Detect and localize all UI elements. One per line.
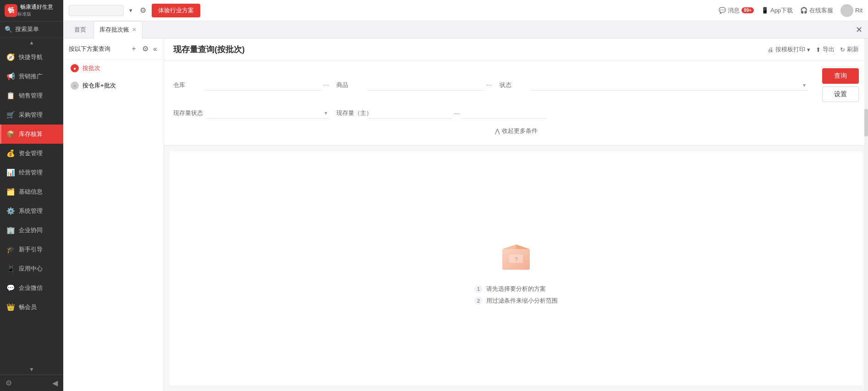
left-panel-header: 按以下方案查询 ＋ ⚙ «	[63, 38, 164, 60]
nav-label-purchase: 采购管理	[19, 111, 43, 119]
tab-close-icon[interactable]: ✕	[132, 27, 137, 33]
empty-tip-2: 2 用过滤条件来缩小分析范围	[474, 297, 558, 305]
message-item[interactable]: 💬 消息 99+	[719, 6, 754, 15]
collapse-panel-icon[interactable]: «	[152, 44, 158, 54]
sidebar-item-member[interactable]: 👑畅会员	[0, 298, 63, 317]
empty-tip-1: 1 请先选择要分析的方案	[474, 285, 558, 293]
user-name: Rit	[855, 7, 863, 14]
content-area: ? 1 请先选择要分析的方案 2 用过滤条件来缩小分析范围	[170, 151, 863, 386]
phone-icon: 📱	[761, 7, 769, 14]
product-dots[interactable]: ···	[486, 81, 492, 89]
sidebar-item-operations[interactable]: 📊经营管理	[0, 163, 63, 182]
scheme-item-batch[interactable]: ● 按批次	[63, 60, 164, 77]
inventory-qty-from[interactable]	[368, 108, 452, 119]
product-input[interactable]	[368, 80, 484, 91]
sidebar-item-system[interactable]: ⚙️系统管理	[0, 201, 63, 221]
settings-scheme-icon[interactable]: ⚙	[141, 43, 149, 54]
action-btn-group: 查询 设置	[822, 68, 859, 102]
topbar-right: 💬 消息 99+ 📱 App下载 🎧 在线客服 Rit	[719, 4, 863, 17]
warehouse-dots[interactable]: ···	[323, 81, 329, 89]
sidebar-item-newbie[interactable]: 🎓新手引导	[0, 240, 63, 259]
filter-row-1: 仓库 ··· 商品 ··· 状态	[173, 68, 859, 102]
nav-label-system: 系统管理	[19, 207, 43, 215]
svg-marker-1	[502, 244, 516, 249]
query-button[interactable]: 查询	[822, 68, 859, 84]
customer-service-label: 在线客服	[809, 6, 833, 15]
collapse-sidebar-icon[interactable]: ◀	[52, 379, 58, 387]
app-title-group: 畅康通好生意 标准版	[17, 4, 53, 17]
app-subtitle: 标准版	[17, 11, 53, 17]
svg-text:?: ?	[515, 256, 518, 263]
export-icon: ⬆	[816, 46, 821, 53]
topbar-gear-icon[interactable]: ⚙	[138, 4, 148, 16]
nav-icon-appcenter: 📱	[6, 265, 15, 273]
refresh-action[interactable]: ↻ 刷新	[840, 45, 859, 54]
title-actions: 🖨 按模板打印 ▾ ⬆ 导出 ↻ 刷新	[768, 45, 859, 54]
sidebar-item-quicknav[interactable]: 🧭快捷导航	[0, 48, 63, 67]
nav-icon-wechat: 💬	[6, 284, 15, 292]
inventory-status-label: 现存量状态	[173, 109, 203, 117]
app-logo: 畅	[5, 4, 17, 17]
message-badge: 99+	[742, 7, 754, 13]
inventory-status-select[interactable]	[207, 108, 329, 119]
status-select[interactable]	[531, 80, 808, 91]
nav-icon-newbie: 🎓	[6, 245, 15, 254]
user-item[interactable]: Rit	[841, 4, 863, 17]
sidebar-search[interactable]: 🔍 搜索菜单	[0, 22, 63, 38]
tip-number-2: 2	[474, 297, 483, 305]
customer-service-item[interactable]: 🎧 在线客服	[800, 6, 833, 15]
warehouse-input[interactable]	[204, 80, 321, 91]
settings-icon[interactable]: ⚙	[5, 379, 12, 387]
nav-icon-enterprise: 🏢	[6, 226, 15, 234]
tabs-close-icon[interactable]: ✕	[856, 25, 863, 35]
export-action[interactable]: ⬆ 导出	[816, 45, 835, 54]
page-title-bar: 现存量查询(按批次) 🖨 按模板打印 ▾ ⬆ 导出 ↻ 刷新	[164, 38, 868, 61]
inventory-qty-to[interactable]	[461, 108, 546, 119]
print-action[interactable]: 🖨 按模板打印 ▾	[768, 45, 810, 54]
sidebar-item-sales[interactable]: 📋销售管理	[0, 86, 63, 105]
search-icon: 🔍	[5, 26, 12, 33]
warehouse-filter-group: 仓库 ···	[173, 80, 329, 91]
nav-label-operations: 经营管理	[19, 168, 43, 177]
sidebar-search-label: 搜索菜单	[15, 25, 39, 33]
message-label: 消息	[728, 6, 740, 15]
scheme-item-warehouse-batch[interactable]: ○ 按仓库+批次	[63, 77, 164, 94]
sidebar-item-purchase[interactable]: 🛒采购管理	[0, 105, 63, 125]
collapse-row[interactable]: ⋀ 收起更多条件	[173, 124, 859, 138]
print-label: 按模板打印	[775, 45, 805, 54]
inventory-status-group: 现存量状态	[173, 108, 329, 119]
sidebar-scroll-down[interactable]: ▼	[0, 364, 63, 375]
add-scheme-icon[interactable]: ＋	[129, 43, 138, 54]
sidebar-item-wechat[interactable]: 💬企业微信	[0, 278, 63, 298]
tab-inventory-batch[interactable]: 库存批次账 ✕	[93, 21, 143, 38]
nav-icon-inventory: 📦	[6, 130, 15, 138]
settings-button[interactable]: 设置	[822, 87, 859, 102]
sidebar-item-appcenter[interactable]: 📱应用中心	[0, 259, 63, 278]
empty-tips: 1 请先选择要分析的方案 2 用过滤条件来缩小分析范围	[474, 285, 558, 305]
nav-label-member: 畅会员	[19, 303, 37, 311]
sidebar-item-marketing[interactable]: 📢营销推广	[0, 67, 63, 86]
product-label: 商品	[336, 81, 364, 89]
nav-icon-sales: 📋	[6, 92, 15, 100]
nav-label-newbie: 新手引导	[19, 245, 43, 254]
collapse-icon: ⋀	[495, 128, 500, 135]
nav-icon-purchase: 🛒	[6, 111, 15, 119]
inventory-qty-group: 现存量（主） —	[336, 108, 492, 119]
topbar-search-input[interactable]	[69, 5, 124, 16]
status-filter-group: 状态	[500, 80, 808, 91]
topbar-dropdown-icon[interactable]: ▾	[127, 5, 134, 16]
tip-number-1: 1	[474, 285, 483, 293]
nav-icon-finance: 💰	[6, 149, 15, 157]
sidebar-scroll-up[interactable]: ▲	[0, 38, 63, 48]
right-scrollbar[interactable]	[864, 38, 868, 391]
nav-label-quicknav: 快捷导航	[19, 53, 43, 61]
sidebar-item-inventory[interactable]: 📦库存核算	[0, 125, 63, 144]
sidebar-item-enterprise[interactable]: 🏢企业协同	[0, 221, 63, 240]
tab-home[interactable]: 首页	[69, 21, 92, 38]
status-label: 状态	[500, 81, 527, 89]
left-panel: 按以下方案查询 ＋ ⚙ « ● 按批次 ○ 按仓库+批次	[63, 38, 164, 391]
sidebar-item-basic[interactable]: 🗂️基础信息	[0, 182, 63, 201]
trial-button[interactable]: 体验行业方案	[152, 4, 200, 17]
app-download-item[interactable]: 📱 App下载	[761, 6, 793, 15]
sidebar-item-finance[interactable]: 💰资金管理	[0, 144, 63, 163]
